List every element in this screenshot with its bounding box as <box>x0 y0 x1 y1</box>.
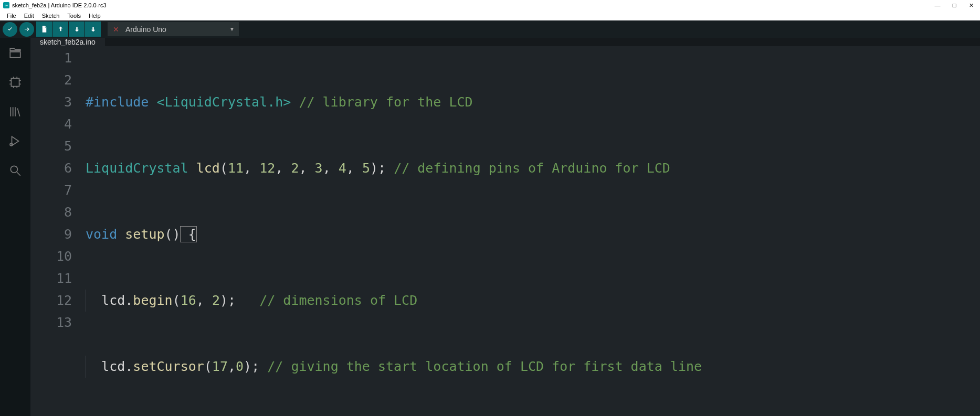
line-number: 11 <box>30 268 72 290</box>
boards-manager-icon[interactable] <box>7 74 23 90</box>
open-button[interactable] <box>52 22 68 37</box>
editor: sketch_feb2a.ino 1 2 3 4 5 6 7 8 9 10 11… <box>30 38 980 416</box>
line-number: 7 <box>30 179 72 201</box>
menu-help[interactable]: Help <box>85 12 104 19</box>
code-line[interactable]: lcd.begin(16, 2); // dimensions of LCD <box>86 290 980 312</box>
menu-tools[interactable]: Tools <box>64 12 85 19</box>
toolbar: ✕ Arduino Uno ▼ <box>0 20 980 38</box>
main-area: sketch_feb2a.ino 1 2 3 4 5 6 7 8 9 10 11… <box>0 38 980 416</box>
line-number: 8 <box>30 201 72 223</box>
code-line[interactable]: lcd.setCursor(17,0); // giving the start… <box>86 356 980 378</box>
line-number: 3 <box>30 91 72 113</box>
svg-rect-0 <box>11 78 19 86</box>
line-number: 12 <box>30 290 72 312</box>
board-name: Arduino Uno <box>125 25 166 34</box>
upload-button[interactable] <box>19 22 34 37</box>
arrow-up-icon <box>57 25 65 33</box>
line-number: 13 <box>30 312 72 334</box>
save-button[interactable] <box>69 22 85 37</box>
sketchbook-icon[interactable] <box>7 45 23 61</box>
code-line[interactable]: #include <LiquidCrystal.h> // library fo… <box>86 91 980 113</box>
code-content[interactable]: #include <LiquidCrystal.h> // library fo… <box>86 46 980 416</box>
close-button[interactable]: ✕ <box>967 2 975 9</box>
activitybar <box>0 38 30 416</box>
library-manager-icon[interactable] <box>7 104 23 120</box>
line-number: 1 <box>30 47 72 69</box>
chevron-down-icon: ▼ <box>229 26 235 32</box>
arrow-right-icon <box>23 25 31 33</box>
line-number: 5 <box>30 135 72 157</box>
new-sketch-button[interactable] <box>36 22 52 37</box>
serial-monitor-button[interactable] <box>85 22 101 37</box>
search-icon[interactable] <box>7 163 23 178</box>
board-status-icon: ✕ <box>113 25 119 34</box>
line-number: 6 <box>30 157 72 179</box>
svg-point-2 <box>10 166 17 173</box>
menu-file[interactable]: File <box>3 12 20 19</box>
arrow-down-icon <box>89 25 97 33</box>
code-line[interactable]: void setup() { <box>86 223 980 246</box>
minimize-button[interactable]: — <box>934 2 941 9</box>
maximize-button[interactable]: □ <box>951 2 958 9</box>
file-icon <box>40 25 48 33</box>
line-number: 2 <box>30 69 72 91</box>
line-number: 9 <box>30 223 72 246</box>
window-controls: — □ ✕ <box>934 2 977 9</box>
board-selector[interactable]: ✕ Arduino Uno ▼ <box>108 22 239 36</box>
code-line[interactable]: LiquidCrystal lcd(11, 12, 2, 3, 4, 5); /… <box>86 157 980 179</box>
line-gutter: 1 2 3 4 5 6 7 8 9 10 11 12 13 <box>30 46 86 416</box>
line-number: 4 <box>30 113 72 135</box>
verify-button[interactable] <box>3 22 17 37</box>
window-title: sketch_feb2a | Arduino IDE 2.0.0-rc3 <box>12 2 107 8</box>
arrow-down-icon <box>73 25 81 33</box>
code-editor[interactable]: 1 2 3 4 5 6 7 8 9 10 11 12 13 #include <… <box>30 46 980 416</box>
menu-edit[interactable]: Edit <box>20 12 38 19</box>
debug-icon[interactable] <box>7 133 23 149</box>
line-number: 10 <box>30 246 72 268</box>
tab-sketch[interactable]: sketch_feb2a.ino <box>30 38 105 46</box>
check-icon <box>6 25 14 33</box>
app-icon: ∞ <box>3 2 9 8</box>
titlebar: ∞ sketch_feb2a | Arduino IDE 2.0.0-rc3 —… <box>0 0 980 10</box>
svg-point-1 <box>10 143 13 146</box>
tabs: sketch_feb2a.ino <box>30 38 980 46</box>
menu-sketch[interactable]: Sketch <box>38 12 64 19</box>
menubar: File Edit Sketch Tools Help <box>0 10 980 20</box>
